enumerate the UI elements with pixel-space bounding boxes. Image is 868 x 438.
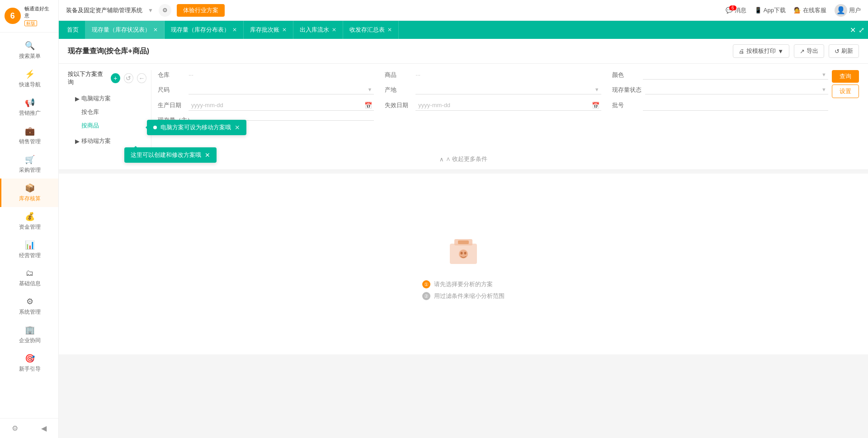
page-header: 现存量查询(按仓库+商品) 🖨 按模板打印 ▼ ↗ 导出 ↺ 刷新	[59, 39, 868, 64]
desktop-scheme-title[interactable]: ▶ 电脑端方案	[68, 92, 146, 105]
filter-arrow-btn[interactable]: ←	[137, 73, 146, 83]
hint-num-2: ②	[422, 292, 430, 300]
sidebar-item-quick[interactable]: ⚡ 快速导航	[0, 65, 58, 93]
mobile-expand-icon: ▶	[75, 138, 80, 145]
filter-row-2: 尺码 ▼ 产地 ▼	[158, 85, 828, 94]
export-btn[interactable]: ↗ 导出	[794, 44, 824, 58]
origin-dropdown-icon[interactable]: ▼	[594, 87, 599, 92]
sidebar-nav: 🔍 搜索菜单 ⚡ 快速导航 📢 营销推广 💼 销售管理 🛒 采购管理 📦 库存核…	[0, 33, 58, 418]
tabbar: 首页 现存量（库存状况表） ✕ 现存量（库存分布表） ✕ 库存批次账 ✕ 出入库…	[59, 21, 868, 39]
enterprise-icon: 🏢	[25, 325, 35, 335]
size-dropdown-icon[interactable]: ▼	[367, 87, 372, 92]
filter-stock-status: 现存量状态 ▼	[612, 85, 828, 94]
tab-batch-ledger[interactable]: 库存批次账 ✕	[244, 21, 293, 39]
sidebar-item-enterprise[interactable]: 🏢 企业协同	[0, 320, 58, 349]
color-dropdown-icon[interactable]: ▼	[821, 72, 826, 77]
produce-date-calendar-icon[interactable]: 📅	[364, 102, 372, 109]
sidebar-item-marketing[interactable]: 📢 营销推广	[0, 93, 58, 122]
reset-btn[interactable]: 设置	[832, 85, 859, 98]
sidebar-item-operation[interactable]: 📊 经营管理	[0, 235, 58, 264]
tab-inout-flow[interactable]: 出入库流水 ✕	[293, 21, 343, 39]
tab-inout-flow-label: 出入库流水	[300, 26, 329, 34]
scheme-sub-warehouse[interactable]: 按仓库	[68, 105, 146, 119]
sidebar-item-purchase[interactable]: 🛒 采购管理	[0, 150, 58, 179]
filter-batch-no: 批号	[612, 100, 828, 111]
page-actions: 🖨 按模板打印 ▼ ↗ 导出 ↺ 刷新	[733, 44, 859, 58]
sidebar-item-inventory[interactable]: 📦 库存核算	[0, 179, 58, 207]
tab-home-label: 首页	[67, 26, 79, 34]
desktop-scheme-group: ▶ 电脑端方案 按仓库 按商品	[68, 92, 146, 132]
collapse-icon: ∧	[439, 156, 444, 163]
expire-date-input[interactable]	[415, 100, 601, 111]
sidebar-item-guide[interactable]: 🎯 新手引导	[0, 349, 58, 377]
online-service-label: 在线客服	[803, 6, 826, 14]
refresh-btn[interactable]: ↺ 刷新	[829, 44, 859, 58]
refresh-label: 刷新	[841, 47, 853, 55]
empty-hint-1: ① 请先选择要分析的方案	[422, 280, 505, 288]
search-buttons: 查询 设置	[832, 70, 859, 150]
tab-inventory-status-label: 现存量（库存状况表）	[92, 26, 151, 34]
filter-goods: 商品 ···	[385, 70, 601, 80]
online-service-btn[interactable]: 💁 在线客服	[794, 6, 826, 14]
sidebar-item-label: 企业协同	[19, 337, 41, 344]
sidebar-item-sales[interactable]: 💼 销售管理	[0, 122, 58, 150]
desktop-scheme-label: 电脑端方案	[81, 94, 111, 103]
tab-close-all-btn[interactable]: ✕	[850, 26, 856, 34]
export-label: 导出	[807, 47, 818, 55]
print-btn[interactable]: 🖨 按模板打印 ▼	[733, 44, 789, 58]
edit-tooltip-close-btn[interactable]: ✕	[205, 151, 210, 159]
tab-collect-summary-label: 收发存汇总表	[349, 26, 385, 34]
tab-expand-btn[interactable]: ⤢	[859, 26, 864, 34]
sidebar-item-label: 采购管理	[19, 166, 41, 174]
settings-button[interactable]: ⚙	[159, 4, 171, 17]
tab-close-icon[interactable]: ✕	[332, 27, 336, 33]
sidebar-settings-btn[interactable]: ⚙	[12, 424, 18, 433]
operation-icon: 📊	[25, 240, 35, 250]
industry-btn[interactable]: 体验行业方案	[177, 4, 225, 17]
sidebar-collapse-btn[interactable]: ◀	[41, 424, 47, 433]
expire-date-calendar-icon[interactable]: 📅	[592, 102, 599, 109]
sidebar-item-system[interactable]: ⚙ 系统管理	[0, 292, 58, 320]
produce-date-input[interactable]	[189, 100, 374, 111]
user-avatar: 👤	[835, 4, 847, 17]
scheme-sub-goods[interactable]: 按商品	[68, 119, 146, 132]
search-btn[interactable]: 查询	[832, 70, 859, 83]
filter-row-4: 现存量（主） —	[158, 116, 828, 124]
system-name: 装备及固定资产辅助管理系统	[66, 6, 142, 14]
sidebar-item-label: 销售管理	[19, 138, 41, 146]
scheme-tooltip-close-btn[interactable]: ✕	[235, 124, 240, 131]
filter-add-btn[interactable]: +	[111, 73, 120, 83]
export-icon: ↗	[800, 48, 805, 55]
quick-icon: ⚡	[25, 69, 35, 79]
app-download-btn[interactable]: 📱 App下载	[755, 6, 786, 14]
tab-inventory-dist[interactable]: 现存量（库存分布表） ✕	[165, 21, 244, 39]
tab-close-icon[interactable]: ✕	[232, 27, 237, 33]
tab-inventory-status[interactable]: 现存量（库存状况表） ✕	[85, 21, 165, 39]
batch-no-input[interactable]	[643, 100, 828, 111]
empty-illustration	[441, 228, 486, 273]
basic-icon: 🗂	[26, 268, 34, 278]
tab-collect-summary[interactable]: 收发存汇总表 ✕	[343, 21, 399, 39]
desktop-expand-icon: ▶	[75, 95, 80, 102]
tab-close-icon[interactable]: ✕	[153, 27, 158, 33]
sidebar-footer: ⚙ ◀	[0, 418, 58, 438]
filter-row-1: 仓库 ··· 商品 ··· 颜色	[158, 70, 828, 80]
filter-refresh-btn[interactable]: ↺	[124, 73, 133, 83]
sidebar: 6 畅通道好生意 标版 🔍 搜索菜单 ⚡ 快速导航 📢 营销推广 💼 销售管理 …	[0, 0, 59, 438]
filter-label: 按以下方案查询	[68, 70, 107, 86]
stock-status-dropdown-icon[interactable]: ▼	[821, 87, 826, 92]
sidebar-item-label: 营销推广	[19, 109, 41, 117]
sidebar-item-search[interactable]: 🔍 搜索菜单	[0, 36, 58, 65]
sidebar-item-label: 新手引导	[19, 365, 41, 373]
service-icon: 💁	[794, 7, 801, 14]
tab-close-icon[interactable]: ✕	[387, 27, 392, 33]
user-btn[interactable]: 👤 用户	[835, 4, 861, 17]
data-area: ① 请先选择要分析的方案 ② 用过滤条件来缩小分析范围	[59, 174, 868, 354]
hint-text-2: 用过滤条件来缩小分析范围	[434, 292, 505, 300]
notification-btn[interactable]: 💬 消息 6	[726, 6, 746, 14]
tab-home[interactable]: 首页	[62, 21, 85, 39]
filter-origin: 产地 ▼	[385, 85, 601, 94]
tab-close-icon[interactable]: ✕	[282, 27, 287, 33]
sidebar-item-basic[interactable]: 🗂 基础信息	[0, 264, 58, 292]
sidebar-item-finance[interactable]: 💰 资金管理	[0, 207, 58, 235]
